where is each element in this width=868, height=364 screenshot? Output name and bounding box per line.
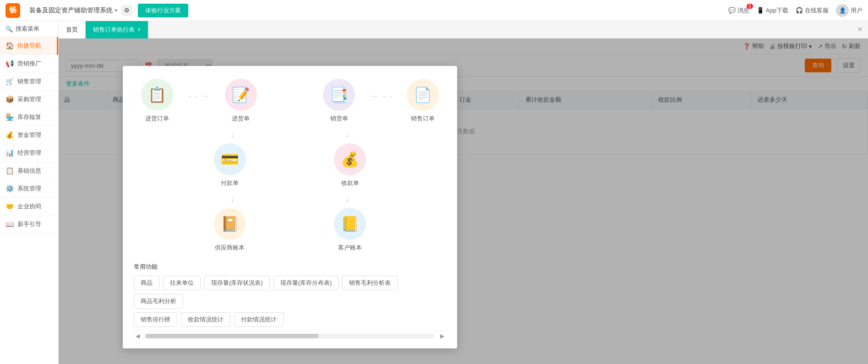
avatar: 👤 bbox=[836, 4, 849, 17]
sidebar-label-inventory: 库存核算 bbox=[17, 113, 41, 121]
scroll-track[interactable] bbox=[145, 334, 435, 338]
tab-home[interactable]: 首页 bbox=[59, 21, 86, 38]
sidebar-item-quick-nav[interactable]: 🏠快捷导航 bbox=[0, 37, 58, 55]
sidebar-label-basic: 基础信息 bbox=[17, 167, 41, 175]
sidebar-label-system: 系统管理 bbox=[17, 185, 41, 193]
customer-ledger-label: 客户账本 bbox=[338, 244, 362, 252]
sidebar-icon-collab: 🤝 bbox=[5, 202, 14, 211]
sidebar-label-newbie: 新手引导 bbox=[17, 220, 41, 228]
func-btn-商品[interactable]: 商品 bbox=[134, 276, 159, 290]
modal-overlay: 📋 进货订单 - - → 📝 bbox=[59, 38, 868, 364]
flow-purchase-order[interactable]: 📋 进货订单 bbox=[141, 75, 173, 126]
flow-customer-ledger[interactable]: 📒 客户账本 bbox=[334, 204, 366, 255]
sidebar-label-marketing: 营销推广 bbox=[17, 60, 41, 68]
payment-bill-circle: 💳 bbox=[214, 143, 246, 175]
sidebar-item-finance[interactable]: 💰资金管理 bbox=[0, 126, 58, 144]
dropdown-icon[interactable]: ▾ bbox=[115, 7, 118, 14]
sidebar-icon-basic: 📋 bbox=[5, 167, 14, 175]
func-btn-销售毛利分析表[interactable]: 销售毛利分析表 bbox=[342, 276, 398, 290]
close-all-tabs[interactable]: × bbox=[852, 25, 868, 34]
sale-order-circle: 📄 bbox=[407, 79, 439, 111]
sidebar-label-operations: 经营管理 bbox=[17, 149, 41, 157]
common-func-title: 常用功能 bbox=[134, 263, 446, 271]
flow-supplier-ledger[interactable]: 📔 供应商账本 bbox=[214, 204, 246, 255]
sidebar: 🔍 搜索菜单 🏠快捷导航📢营销推广🛒销售管理📦采购管理🏪库存核算💰资金管理📊经营… bbox=[0, 21, 59, 364]
func-btn-往来单位[interactable]: 往来单位 bbox=[163, 276, 201, 290]
purchase-order-label: 进货订单 bbox=[145, 114, 169, 123]
sale-order-label: 销售订单 bbox=[411, 114, 435, 123]
sidebar-item-collab[interactable]: 🤝企业协同 bbox=[0, 198, 58, 216]
down-arrow-payment: ↓ bbox=[230, 130, 235, 140]
download-icon: 📱 bbox=[757, 7, 764, 14]
tab-close-icon[interactable]: × bbox=[137, 27, 141, 33]
func-btn-付款情况统计[interactable]: 付款情况统计 bbox=[234, 312, 284, 327]
search-icon: 🔍 bbox=[5, 26, 13, 33]
message-badge: 5 bbox=[747, 4, 753, 9]
sidebar-label-purchase: 采购管理 bbox=[17, 95, 41, 103]
flow-purchase-bill[interactable]: 📝 进货单 bbox=[225, 75, 257, 126]
sidebar-icon-purchase: 📦 bbox=[5, 95, 14, 103]
sidebar-label-collab: 企业协同 bbox=[17, 202, 41, 211]
sale-bill-label: 销货单 bbox=[330, 114, 348, 123]
sidebar-label-sales: 销售管理 bbox=[17, 77, 41, 86]
message-action[interactable]: 💬 消息 5 bbox=[728, 6, 749, 15]
purchase-bill-label: 进货单 bbox=[232, 114, 250, 123]
flow-receipt-bill[interactable]: 💰 收款单 bbox=[334, 140, 366, 191]
customer-ledger-circle: 📒 bbox=[334, 208, 366, 240]
supplier-ledger-circle: 📔 bbox=[214, 208, 246, 240]
tab-sales-order[interactable]: 销售订单执行表 × bbox=[86, 21, 148, 38]
func-btn-现存量(库存分布表)[interactable]: 现存量(库存分布表) bbox=[273, 276, 339, 290]
try-industry-button[interactable]: 体验行业方案 bbox=[138, 4, 188, 17]
service-icon: 🎧 bbox=[796, 7, 803, 14]
common-functions: 常用功能 商品往来单位现存量(库存状况表)现存量(库存分布表)销售毛利分析表商品… bbox=[134, 263, 446, 327]
content-area: 首页 销售订单执行表 × × ❓ 帮助 🖨 bbox=[59, 21, 868, 364]
purchase-order-circle: 📋 bbox=[141, 79, 173, 111]
online-service-action[interactable]: 🎧 在线客服 bbox=[796, 6, 829, 15]
flow-sale-order[interactable]: 📄 销售订单 bbox=[407, 75, 439, 126]
sidebar-item-marketing[interactable]: 📢营销推广 bbox=[0, 55, 58, 73]
sidebar-item-operations[interactable]: 📊经营管理 bbox=[0, 144, 58, 162]
settings-icon[interactable]: ⚙ bbox=[121, 5, 132, 16]
func-btn-商品毛利分析[interactable]: 商品毛利分析 bbox=[134, 294, 183, 309]
top-bar: 畅 装备及固定资产辅助管理系统 ▾ ⚙ 体验行业方案 💬 消息 5 📱 App下… bbox=[0, 0, 868, 21]
purchase-bill-circle: 📝 bbox=[225, 79, 257, 111]
arrow-right-1: - - → bbox=[188, 90, 210, 102]
payment-bill-label: 付款单 bbox=[221, 179, 239, 187]
sidebar-icon-sales: 🛒 bbox=[5, 77, 14, 86]
scroll-right-arrow[interactable]: ▶ bbox=[438, 333, 446, 339]
func-btn-收款情况统计[interactable]: 收款情况统计 bbox=[181, 312, 230, 327]
sidebar-icon-operations: 📊 bbox=[5, 149, 14, 157]
sidebar-icon-marketing: 📢 bbox=[5, 60, 14, 68]
app-container: 畅 装备及固定资产辅助管理系统 ▾ ⚙ 体验行业方案 💬 消息 5 📱 App下… bbox=[0, 0, 868, 364]
sidebar-item-system[interactable]: ⚙️系统管理 bbox=[0, 180, 58, 198]
func-btn-现存量(库存状况表)[interactable]: 现存量(库存状况表) bbox=[204, 276, 270, 290]
func-btn-销售排行榜[interactable]: 销售排行榜 bbox=[134, 312, 177, 327]
receipt-bill-label: 收款单 bbox=[341, 179, 359, 187]
sidebar-item-newbie[interactable]: 📖新手引导 bbox=[0, 216, 58, 234]
flow-sale-bill[interactable]: 📑 销货单 bbox=[323, 75, 355, 126]
flow-diagram: 📋 进货订单 - - → 📝 bbox=[134, 75, 446, 255]
sale-bill-circle: 📑 bbox=[323, 79, 355, 111]
page-content: ❓ 帮助 🖨 按模板打印 ▾ ↗ 导出 ↻ 刷新 bbox=[59, 38, 868, 364]
sidebar-item-basic[interactable]: 📋基础信息 bbox=[0, 162, 58, 180]
scroll-left-arrow[interactable]: ◀ bbox=[134, 333, 142, 339]
logo-area: 畅 bbox=[5, 3, 20, 18]
user-action[interactable]: 👤 用户 bbox=[836, 4, 863, 17]
down-arrow-supplier: ↓ bbox=[230, 195, 235, 204]
flow-modal: 📋 进货订单 - - → 📝 bbox=[123, 66, 457, 348]
func-buttons-row2: 销售排行榜收款情况统计付款情况统计 bbox=[134, 312, 446, 327]
app-download-action[interactable]: 📱 App下载 bbox=[757, 6, 788, 15]
sidebar-icon-inventory: 🏪 bbox=[5, 113, 14, 121]
scroll-thumb bbox=[145, 334, 319, 338]
top-bar-right: 💬 消息 5 📱 App下载 🎧 在线客服 👤 用户 bbox=[728, 4, 863, 17]
sidebar-icon-system: ⚙️ bbox=[5, 185, 14, 193]
sidebar-item-inventory[interactable]: 🏪库存核算 bbox=[0, 109, 58, 126]
logo-icon: 畅 bbox=[5, 3, 20, 18]
search-menu[interactable]: 🔍 搜索菜单 bbox=[0, 21, 58, 37]
sidebar-icon-finance: 💰 bbox=[5, 131, 14, 139]
sidebar-item-sales[interactable]: 🛒销售管理 bbox=[0, 73, 58, 91]
message-icon: 💬 bbox=[728, 7, 736, 14]
flow-payment-bill[interactable]: 💳 付款单 bbox=[214, 140, 246, 191]
receipt-bill-circle: 💰 bbox=[334, 143, 366, 175]
sidebar-item-purchase[interactable]: 📦采购管理 bbox=[0, 91, 58, 109]
